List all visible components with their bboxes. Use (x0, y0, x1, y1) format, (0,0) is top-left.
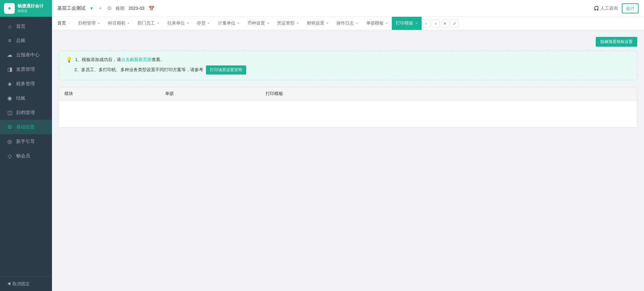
table-header: 模块 单据 打印模板 (59, 87, 637, 100)
tab-home-label: 首页 (57, 20, 66, 26)
ai-service-button[interactable]: 🎧 人工咨询 (594, 5, 618, 11)
tab-tax-settings[interactable]: 财税设置 × (303, 17, 332, 30)
tab-home[interactable]: 首页 ‹ (53, 17, 74, 30)
tab-single-form-label: 单据模板 (366, 20, 384, 26)
col-form: 单据 (165, 91, 266, 97)
company-settings-icon[interactable]: ⚙ (107, 5, 112, 11)
tab-counterpart[interactable]: 往来单位 × (163, 17, 193, 30)
sidebar-item-archive[interactable]: ◫ 归档管理 (0, 105, 52, 120)
sidebar-label-ledger: 总账 (16, 38, 25, 44)
sidebar-item-invoices[interactable]: ◨ 发票管理 (0, 62, 52, 77)
sidebar-item-guide[interactable]: ◎ 新手引导 (0, 134, 52, 149)
member-icon: ◇ (7, 153, 13, 159)
sidebar-item-home[interactable]: ⌂ 首页 (0, 19, 52, 34)
tab-departments[interactable]: 部门员工 × (133, 17, 163, 30)
tab-operation-log[interactable]: 操作日志 × (332, 17, 362, 30)
tab-operation-log-close[interactable]: × (356, 21, 358, 25)
logo-text-group: 畅捷通好会计 旗舰版 (17, 3, 44, 13)
tab-unit-label: 计量单位 (218, 20, 235, 26)
tab-counterpart-label: 往来单位 (167, 20, 185, 26)
sidebar-item-reports[interactable]: ☁ 云报表中心 (0, 48, 52, 62)
tab-print-template-label: 打印模板 (396, 20, 413, 26)
sidebar-label-basic-settings: 基础设置 (16, 124, 35, 130)
tab-close-all-button[interactable]: × (441, 19, 449, 28)
company-name: 基层工会测试 (57, 5, 86, 11)
tab-voucher-type-close[interactable]: × (297, 21, 299, 25)
col-module: 模块 (64, 91, 165, 97)
tab-subjects-close[interactable]: × (127, 21, 129, 25)
settings-icon: ⚙ (7, 124, 13, 130)
info-text-2: 2、多员工、多打印机、多种业务类型设置不同打印方案等，请参考 打印场景设置宣明 (74, 65, 246, 75)
sidebar-label-guide: 新手引导 (16, 139, 35, 145)
tab-operation-log-label: 操作日志 (336, 20, 354, 26)
refresh-link[interactable]: 点击刷新新页面 (121, 57, 152, 62)
topbar-right: 🎧 人工咨询 会计 (594, 3, 639, 13)
ai-service-label: 人工咨询 (600, 5, 618, 11)
sidebar-label-home: 首页 (16, 23, 25, 30)
tab-counterpart-close[interactable]: × (187, 21, 189, 25)
app-edition: 旗舰版 (17, 9, 44, 13)
tab-inventory-label: 存货 (197, 20, 206, 26)
tab-voucher-type[interactable]: 凭证类型 × (273, 17, 303, 30)
period-value: 2023-03 (128, 6, 145, 11)
add-company-icon[interactable]: ＋ (98, 5, 103, 12)
home-icon: ⌂ (7, 23, 13, 30)
invoice-icon: ◨ (7, 66, 13, 72)
info-box: 💡 1、模板添加成功后，请点击刷新新页面查看。 2、多员工、多打印机、多种业务类… (59, 51, 637, 80)
reports-icon: ☁ (7, 52, 13, 58)
hide-preview-button[interactable]: 隐藏预置模板设置 (596, 37, 637, 47)
table-body (59, 100, 637, 127)
tab-single-form-close[interactable]: × (386, 21, 388, 25)
tab-unit[interactable]: 计量单位 × (214, 17, 244, 30)
tab-expand-button[interactable]: ⤢ (450, 19, 459, 28)
tax-icon: ◈ (7, 81, 13, 87)
tab-unit-close[interactable]: × (237, 21, 239, 25)
info-text-1: 1、模板添加成功后，请点击刷新新页面查看。 (75, 57, 165, 63)
info-row-1: 💡 1、模板添加成功后，请点击刷新新页面查看。 (66, 56, 630, 63)
info-row-2: 2、多员工、多打印机、多种业务类型设置不同打印方案等，请参考 打印场景设置宣明 (66, 65, 630, 75)
tab-currency-close[interactable]: × (267, 21, 269, 25)
sidebar-item-member[interactable]: ◇ 畅会员 (0, 149, 52, 163)
headset-icon: 🎧 (594, 6, 599, 11)
tab-archive-mgmt[interactable]: 归档管理 × (74, 17, 104, 30)
tab-subjects[interactable]: 科目期初 × (104, 17, 133, 30)
tab-single-form[interactable]: 单据模板 × (362, 17, 392, 30)
topbar: 基层工会测试 ▼ ＋ ⚙ 账期 2023-03 📅 🎧 人工咨询 会计 (52, 0, 644, 17)
tab-departments-label: 部门员工 (138, 20, 155, 26)
tab-inventory-close[interactable]: × (208, 21, 210, 25)
calendar-icon[interactable]: 📅 (149, 6, 154, 11)
tab-next-button[interactable]: › (432, 19, 440, 28)
sidebar-item-general-ledger[interactable]: ≡ 总账 (0, 34, 52, 48)
tab-home-separator: ‹ (69, 20, 70, 26)
unpin-button[interactable]: ◀ 取消固定 (0, 277, 52, 291)
unpin-label: ◀ 取消固定 (7, 281, 30, 287)
sidebar-logo: ✦ 畅捷通好会计 旗舰版 (0, 0, 52, 17)
tab-departments-close[interactable]: × (157, 21, 159, 25)
period-label: 账期 (116, 5, 124, 11)
kuaiji-button[interactable]: 会计 (622, 3, 639, 13)
ledger-icon: ≡ (7, 38, 13, 44)
sidebar: ✦ 畅捷通好会计 旗舰版 ⌂ 首页 ≡ 总账 ☁ 云报表中心 ◨ 发票管理 ◈ … (0, 0, 52, 291)
tab-voucher-type-label: 凭证类型 (277, 20, 294, 26)
main-area: 基层工会测试 ▼ ＋ ⚙ 账期 2023-03 📅 🎧 人工咨询 会计 首页 ‹… (52, 0, 644, 291)
sidebar-item-tax[interactable]: ◈ 税务管理 (0, 77, 52, 91)
tab-archive-mgmt-label: 归档管理 (78, 20, 96, 26)
tab-print-template-close[interactable]: × (415, 21, 417, 25)
tab-currency[interactable]: 币种设置 × (244, 17, 273, 30)
sidebar-item-settlement[interactable]: ◉ 结账 (0, 91, 52, 105)
guide-icon: ◎ (7, 138, 13, 145)
sidebar-label-invoices: 发票管理 (16, 66, 35, 72)
tab-prev-button[interactable]: ‹ (422, 19, 430, 28)
hide-preview-container: 隐藏预置模板设置 (59, 37, 637, 47)
sidebar-item-basic-settings[interactable]: ⚙ 基础设置 (0, 120, 52, 134)
print-scene-button[interactable]: 打印场景设置宣明 (206, 65, 246, 75)
print-template-table: 模块 单据 打印模板 (59, 87, 637, 128)
tab-tax-settings-close[interactable]: × (326, 21, 328, 25)
logo-icon: ✦ (4, 3, 15, 14)
tabbar: 首页 ‹ 归档管理 × 科目期初 × 部门员工 × 往来单位 × 存货 × 计量… (52, 17, 644, 30)
sidebar-label-archive: 归档管理 (16, 110, 35, 116)
tab-inventory[interactable]: 存货 × (193, 17, 214, 30)
tab-archive-mgmt-close[interactable]: × (98, 21, 100, 25)
tab-print-template[interactable]: 打印模板 × (392, 17, 421, 30)
company-dropdown-icon[interactable]: ▼ (90, 6, 94, 11)
